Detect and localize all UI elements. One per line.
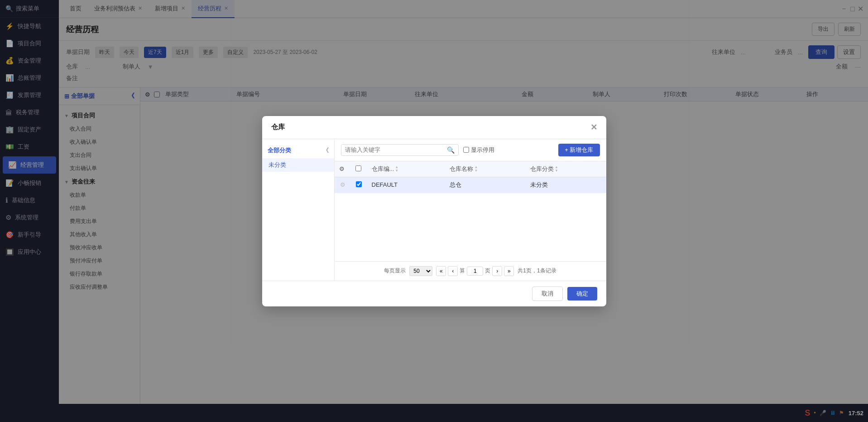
modal-total-label: 共1页，1条记录	[518, 267, 556, 275]
modal-page-word: 算	[460, 267, 465, 275]
table-row[interactable]: ⚙ DEFAULT 总仓 未分类	[335, 177, 606, 193]
confirm-button[interactable]: 确定	[567, 287, 597, 301]
modal-last-btn[interactable]: »	[504, 266, 514, 276]
modal-left-panel: 全部分类 《 未分类	[262, 139, 335, 281]
modal-search-input[interactable]	[345, 146, 445, 153]
show-disabled-checkbox[interactable]: 显示停用	[463, 146, 494, 154]
row-category: 未分类	[526, 177, 606, 193]
modal-header: 仓库 ✕	[262, 116, 606, 139]
modal-table: ⚙ 仓库编... ▲▼	[335, 161, 606, 261]
modal-page-unit: 页	[485, 267, 490, 275]
modal-toolbar: 🔍 显示停用 + 新增仓库	[335, 139, 606, 161]
modal-body: 全部分类 《 未分类 🔍	[262, 139, 606, 281]
th-name: 仓库名称 ▲▼	[445, 161, 526, 177]
row-settings-icon: ⚙	[335, 177, 351, 193]
modal-close-button[interactable]: ✕	[590, 122, 597, 132]
modal-category-uncategorized[interactable]: 未分类	[262, 158, 334, 172]
modal-right-panel: 🔍 显示停用 + 新增仓库 ⚙	[335, 139, 606, 281]
modal-first-btn[interactable]: «	[436, 266, 446, 276]
modal-per-page-select[interactable]: 50 100	[409, 266, 432, 276]
modal-left-header: 全部分类 《	[262, 145, 334, 158]
all-categories-label: 全部分类	[268, 146, 291, 155]
th-category: 仓库分类 ▲▼	[526, 161, 606, 177]
collapse-categories-icon[interactable]: 《	[323, 146, 329, 155]
modal-overlay: 仓库 ✕ 全部分类 《 未分类	[0, 0, 868, 422]
th-settings: ⚙	[335, 161, 351, 177]
disabled-checkbox-input[interactable]	[463, 147, 469, 153]
cancel-button[interactable]: 取消	[532, 286, 563, 301]
row-select-checkbox[interactable]	[356, 181, 362, 187]
modal-per-page-label: 每页显示	[384, 267, 406, 275]
modal-page-input[interactable]	[467, 267, 483, 276]
search-icon: 🔍	[447, 146, 455, 154]
th-checkbox	[351, 161, 367, 177]
modal-page-nav: « ‹ 算 页 › »	[436, 266, 514, 276]
settings-col-icon[interactable]: ⚙	[339, 165, 345, 172]
modal-categories-list: 未分类	[262, 158, 334, 172]
row-checkbox	[351, 177, 367, 193]
row-name: 总仓	[445, 177, 526, 193]
modal-title: 仓库	[271, 123, 285, 131]
th-code: 仓库编... ▲▼	[367, 161, 446, 177]
add-warehouse-button[interactable]: + 新增仓库	[558, 144, 599, 156]
modal-actions: 取消 确定	[262, 281, 606, 306]
table-select-all[interactable]	[355, 165, 361, 171]
row-code: DEFAULT	[367, 177, 446, 193]
modal-next-btn[interactable]: ›	[492, 266, 502, 276]
modal-pagination: 每页显示 50 100 « ‹ 算 页 › » 共1页，1条记录	[335, 261, 606, 281]
modal-search-box[interactable]: 🔍	[341, 144, 459, 156]
modal-prev-btn[interactable]: ‹	[448, 266, 458, 276]
modal-warehouse: 仓库 ✕ 全部分类 《 未分类	[262, 116, 606, 306]
